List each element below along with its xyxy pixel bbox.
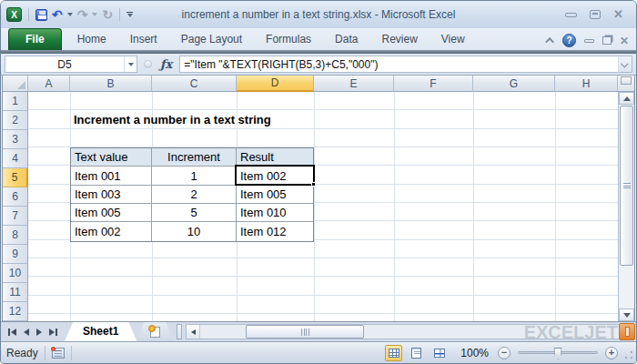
row-header-3[interactable]: 3 [3,130,28,149]
name-box[interactable]: D5 [5,56,137,73]
row-header-11[interactable]: 11 [3,283,28,302]
sheet-tab-sheet1[interactable]: Sheet1 [65,322,136,341]
select-all-button[interactable] [3,76,28,92]
formula-input[interactable]: ="Item "&TEXT(RIGHT(B5,3)+C5,"000") [179,56,618,73]
zoom-out-icon[interactable]: − [498,347,511,359]
insert-worksheet-icon [150,327,160,338]
cell-d8[interactable]: Item 012 [237,222,313,240]
cell-b6[interactable]: Item 003 [71,186,152,204]
minimize-ribbon-icon[interactable] [545,37,554,46]
row-header-10[interactable]: 10 [3,264,28,283]
repeat-icon[interactable]: ↻ [102,8,113,21]
redo-dropdown-icon[interactable] [92,13,97,16]
row-headers: 1 2 3 4 5 6 7 8 9 10 11 12 [3,92,28,321]
split-box[interactable] [621,76,632,85]
row-header-12[interactable]: 12 [3,302,28,321]
column-header-d[interactable]: D [237,76,314,92]
zoom-slider[interactable] [518,351,598,354]
separator [71,346,72,360]
last-sheet-icon[interactable] [49,329,57,336]
excel-logo-icon[interactable]: X [6,7,22,22]
horizontal-scrollbar[interactable] [186,324,634,339]
prev-sheet-icon[interactable] [24,329,29,336]
name-box-dropdown-icon[interactable] [124,56,136,72]
row-header-9[interactable]: 9 [3,245,28,264]
column-headers: A B C D E F G H [3,76,634,92]
table-header-increment[interactable]: Increment [152,148,237,167]
table-header-text-value[interactable]: Text value [71,148,152,167]
formula-bar-splitter[interactable] [144,60,152,68]
tab-review[interactable]: Review [369,29,429,50]
worksheet-title-cell[interactable]: Increment a number in a text string [74,110,271,128]
page-layout-view-button[interactable] [408,345,425,361]
scroll-left-icon[interactable] [187,325,200,339]
customize-qat-icon[interactable] [126,12,133,17]
zoom-slider-thumb[interactable] [554,348,562,359]
column-header-f[interactable]: F [394,76,473,92]
tab-data[interactable]: Data [323,29,369,50]
column-header-e[interactable]: E [314,76,394,92]
column-header-c[interactable]: C [152,76,237,92]
cell-d5[interactable]: Item 002 [237,167,313,185]
book-restore-icon[interactable] [602,36,612,45]
vertical-scrollbar[interactable] [618,92,634,321]
tab-page-layout[interactable]: Page Layout [169,29,254,50]
cell-b5[interactable]: Item 001 [71,167,152,185]
close-icon[interactable]: ✕ [613,10,623,19]
column-header-h[interactable]: H [555,76,618,92]
cell-c6[interactable]: 2 [152,186,237,204]
tab-formulas[interactable]: Formulas [254,29,323,50]
next-sheet-icon[interactable] [36,329,42,336]
separator [28,8,29,21]
first-sheet-icon[interactable] [8,329,16,336]
row-header-7[interactable]: 7 [3,207,28,226]
column-header-g[interactable]: G [473,76,555,92]
tab-insert[interactable]: Insert [118,29,169,50]
maximize-icon[interactable] [590,10,601,19]
page-break-view-button[interactable] [430,345,448,361]
undo-icon[interactable]: ↶ [52,8,63,21]
cell-b8[interactable]: Item 002 [71,222,152,240]
horizontal-scroll-thumb[interactable] [246,325,364,339]
row-header-6[interactable]: 6 [3,187,28,207]
undo-dropdown-icon[interactable] [67,13,73,16]
row-header-2[interactable]: 2 [3,111,28,130]
macro-record-icon[interactable] [52,348,65,359]
normal-view-button[interactable] [385,345,402,361]
resize-grip[interactable] [623,350,634,361]
normal-view-icon [389,349,399,358]
cells-area[interactable]: Increment a number in a text string Text… [28,92,618,321]
column-header-b[interactable]: B [70,76,152,92]
scroll-up-icon[interactable] [619,92,634,105]
cell-b7[interactable]: Item 005 [71,204,152,222]
zoom-level[interactable]: 100% [460,347,489,359]
redo-icon[interactable]: ↷ [77,8,88,21]
column-header-a[interactable]: A [28,76,70,92]
zoom-in-icon[interactable]: + [605,347,618,359]
expand-formula-bar-icon[interactable] [618,56,632,73]
cell-c7[interactable]: 5 [152,204,237,222]
cell-d7[interactable]: Item 010 [237,204,313,222]
help-icon[interactable]: ? [562,34,576,47]
minimize-icon[interactable] [565,13,577,17]
table-header-result[interactable]: Result [237,148,313,167]
tab-home[interactable]: Home [66,29,118,50]
tab-split-handle[interactable] [177,324,182,339]
book-close-icon[interactable]: ✕ [620,36,629,46]
row-header-8[interactable]: 8 [3,226,28,245]
book-minimize-icon[interactable] [584,39,594,43]
tab-view[interactable]: View [430,29,477,50]
save-icon[interactable] [35,9,47,21]
cell-c8[interactable]: 10 [152,222,237,240]
insert-function-icon[interactable]: ƒx [158,57,179,71]
vertical-scroll-thumb[interactable] [620,106,633,266]
cell-c5[interactable]: 1 [152,167,237,185]
cell-d6[interactable]: Item 005 [237,186,313,204]
insert-worksheet-tab[interactable] [136,322,173,341]
row-header-1[interactable]: 1 [3,92,28,111]
tab-file[interactable]: File [8,28,62,50]
separator [45,346,46,360]
row-header-5[interactable]: 5 [3,168,28,187]
row-header-4[interactable]: 4 [3,149,28,168]
scroll-down-icon[interactable] [619,308,634,321]
